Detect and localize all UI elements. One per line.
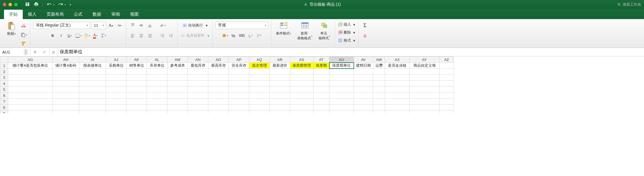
tab-view[interactable]: 视图 [125, 10, 144, 19]
cell[interactable] [106, 69, 126, 75]
format-painter-icon[interactable] [20, 40, 27, 48]
cell[interactable] [229, 69, 249, 75]
cell[interactable] [290, 93, 313, 99]
cell[interactable] [270, 87, 290, 93]
phonetic-icon[interactable]: abcA▾ [100, 32, 107, 39]
cell[interactable] [329, 93, 354, 99]
cell[interactable] [8, 75, 53, 81]
cell[interactable] [440, 93, 454, 99]
cell[interactable] [354, 75, 373, 81]
cell[interactable] [290, 99, 313, 105]
cell[interactable] [106, 99, 126, 105]
column-header[interactable]: AR [270, 57, 290, 63]
cell[interactable] [79, 93, 106, 99]
column-header[interactable]: AP [229, 57, 249, 63]
cell[interactable] [313, 81, 329, 87]
cell[interactable] [126, 69, 147, 75]
cell[interactable] [329, 81, 354, 87]
decrease-decimal-icon[interactable]: .00.0 [255, 32, 263, 39]
cell[interactable] [126, 99, 147, 105]
cell[interactable] [188, 87, 208, 93]
cell[interactable] [329, 87, 354, 93]
cell[interactable] [440, 69, 454, 75]
minimize-window[interactable] [9, 3, 12, 6]
column-header[interactable]: AN [188, 57, 208, 63]
row-header[interactable]: 4 [0, 81, 8, 87]
cell[interactable] [53, 110, 79, 114]
cell[interactable] [79, 105, 106, 110]
cell[interactable] [249, 99, 270, 105]
underline-icon[interactable]: U▾ [66, 32, 73, 39]
cell-styles-button[interactable]: 单元 格样式▾ [317, 21, 332, 41]
tab-formulas[interactable]: 公式 [69, 10, 88, 19]
cell[interactable] [410, 110, 440, 114]
search-sheet[interactable]: 搜索工作表 [617, 2, 641, 7]
column-header[interactable]: AK [126, 57, 147, 63]
cell[interactable] [410, 99, 440, 105]
cell[interactable] [385, 110, 410, 114]
cell[interactable] [106, 81, 126, 87]
cell[interactable]: 报表辅单位 [79, 63, 106, 69]
cell[interactable] [249, 105, 270, 110]
cell[interactable] [167, 105, 188, 110]
cell[interactable] [229, 87, 249, 93]
cell[interactable] [313, 99, 329, 105]
cell[interactable] [290, 81, 313, 87]
border-icon[interactable]: ▾ [74, 32, 82, 39]
cell[interactable] [147, 87, 167, 93]
copy-icon[interactable]: ▾ [20, 31, 27, 38]
cell[interactable]: 库存单位 [147, 63, 167, 69]
cell[interactable] [354, 81, 373, 87]
cancel-formula-icon[interactable]: ✕ [30, 50, 40, 55]
increase-decimal-icon[interactable]: .0.00 [247, 32, 254, 39]
cell[interactable] [270, 69, 290, 75]
cell[interactable] [249, 81, 270, 87]
cell[interactable]: 最高库存 [208, 63, 229, 69]
column-header[interactable]: AT [313, 57, 329, 63]
cell[interactable] [270, 75, 290, 81]
cell[interactable] [313, 75, 329, 81]
tab-insert[interactable]: 插入 [23, 10, 41, 19]
cell[interactable] [249, 87, 270, 93]
cell[interactable] [8, 69, 53, 75]
cell[interactable] [147, 75, 167, 81]
fill-color-icon[interactable]: ▾ [83, 32, 90, 39]
spreadsheet-grid[interactable]: AGAHAIAJAKALAMANAOAPAQARASATAUAVAWAXAYAZ… [0, 56, 644, 113]
column-header[interactable]: AS [290, 57, 313, 63]
cell[interactable]: 保质期 [313, 63, 329, 69]
cell[interactable] [126, 110, 147, 114]
cell[interactable] [290, 105, 313, 110]
cell[interactable] [208, 105, 229, 110]
font-color-icon[interactable]: A▾ [92, 32, 99, 39]
autosum-icon[interactable]: Σ [361, 22, 369, 29]
row-header[interactable]: 8 [0, 105, 8, 110]
column-header[interactable]: AH [53, 57, 79, 63]
cell[interactable] [8, 93, 53, 99]
cell[interactable]: 运费 [373, 63, 385, 69]
cell[interactable] [126, 75, 147, 81]
cell[interactable] [188, 81, 208, 87]
cell[interactable]: 最新进价 [270, 63, 290, 69]
cell[interactable] [106, 105, 126, 110]
cell[interactable] [410, 93, 440, 99]
cell[interactable]: 参考成本 [167, 63, 188, 69]
row-header[interactable]: 5 [0, 87, 8, 93]
cell[interactable] [385, 75, 410, 81]
column-header[interactable]: AJ [106, 57, 126, 63]
select-all-corner[interactable] [0, 57, 8, 63]
cell[interactable] [79, 99, 106, 105]
cell[interactable] [229, 81, 249, 87]
align-middle-icon[interactable] [138, 22, 145, 29]
cell[interactable] [249, 75, 270, 81]
cell[interactable]: 安全库存 [229, 63, 249, 69]
increase-font-icon[interactable]: A▴ [107, 22, 115, 29]
cell[interactable] [290, 75, 313, 81]
cell[interactable] [208, 99, 229, 105]
conditional-format-button[interactable]: 条件格式▾ [274, 21, 293, 41]
save-icon[interactable] [25, 2, 30, 7]
cell[interactable] [167, 69, 188, 75]
format-cells-button[interactable]: 格式▾ [338, 38, 355, 43]
cell[interactable] [53, 75, 79, 81]
cell[interactable] [208, 87, 229, 93]
cell[interactable] [8, 110, 53, 114]
